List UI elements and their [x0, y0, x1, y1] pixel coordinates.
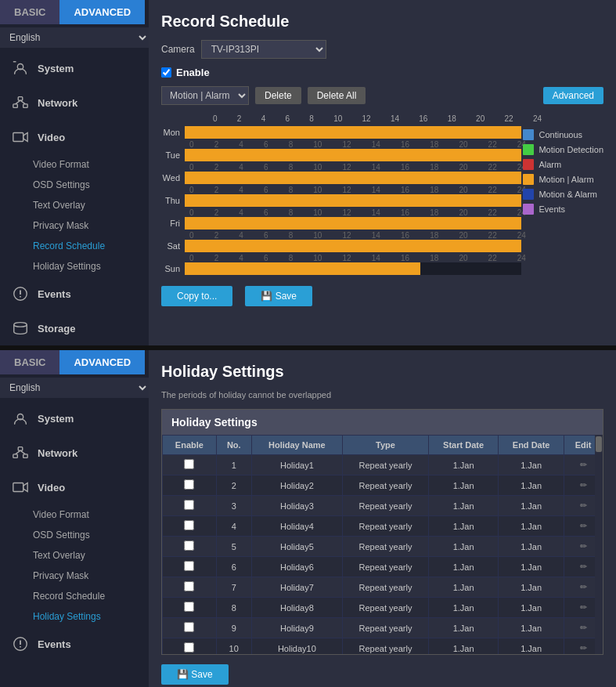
top-tab-basic[interactable]: BASIC: [0, 0, 59, 24]
svg-rect-14: [18, 447, 23, 451]
holiday-enable-checkbox[interactable]: [184, 459, 194, 469]
delete-button[interactable]: Delete: [255, 87, 301, 104]
holiday-edit-icon[interactable]: ✏: [580, 480, 587, 490]
holiday-no: 10: [216, 638, 251, 655]
bottom-tab-basic[interactable]: BASIC: [0, 350, 59, 374]
bottom-sidebar-item-video[interactable]: Video: [0, 470, 149, 504]
save-button-bottom[interactable]: 💾 Save: [161, 664, 229, 685]
sidebar-sub-video-format[interactable]: Video Format: [0, 154, 149, 175]
holiday-edit-icon[interactable]: ✏: [580, 602, 587, 612]
bottom-lang-select[interactable]: English: [0, 378, 149, 398]
camera-label: Camera: [161, 44, 195, 55]
bar-wed[interactable]: [185, 172, 521, 184]
enable-checkbox[interactable]: [161, 67, 171, 78]
table-row: 3 Holiday3 Repeat yearly 1.Jan 1.Jan ✏: [163, 496, 603, 516]
holiday-no: 9: [216, 618, 251, 638]
table-row: 1 Holiday1 Repeat yearly 1.Jan 1.Jan ✏: [163, 455, 603, 475]
top-tab-advanced[interactable]: ADVANCED: [59, 0, 145, 24]
holiday-edit-icon[interactable]: ✏: [580, 643, 587, 653]
bar-mon[interactable]: [185, 126, 521, 139]
holiday-enable-checkbox[interactable]: [184, 602, 194, 612]
holiday-enable-checkbox[interactable]: [184, 541, 194, 551]
top-lang-select[interactable]: English: [0, 27, 149, 48]
sidebar-item-storage[interactable]: Storage: [0, 311, 149, 345]
holiday-start: 1.Jan: [428, 638, 498, 655]
holiday-enable-checkbox[interactable]: [184, 642, 194, 653]
sidebar-sub-privacy-mask[interactable]: Privacy Mask: [0, 215, 149, 236]
bar-thu[interactable]: [185, 194, 521, 207]
col-name: Holiday Name: [251, 436, 342, 455]
table-row: 10 Holiday10 Repeat yearly 1.Jan 1.Jan ✏: [163, 638, 603, 655]
bottom-sidebar-sub-privacy-mask[interactable]: Privacy Mask: [0, 566, 149, 586]
holiday-enable-checkbox[interactable]: [184, 479, 194, 490]
schedule-row-sun: Sun: [161, 262, 603, 275]
events-label: Events: [38, 288, 71, 300]
bar-fri[interactable]: [185, 217, 521, 230]
bottom-sidebar-sub-record-schedule[interactable]: Record Schedule: [0, 586, 149, 606]
type-dropdown[interactable]: Motion | Alarm: [161, 86, 249, 105]
table-row: 2 Holiday2 Repeat yearly 1.Jan 1.Jan ✏: [163, 475, 603, 496]
bottom-sidebar-sub-holiday-settings[interactable]: Holiday Settings: [0, 606, 149, 627]
sidebar-item-video[interactable]: Video: [0, 120, 149, 154]
holiday-end: 1.Jan: [499, 516, 564, 537]
top-main: Record Schedule Camera TV-IP313PI Enable…: [149, 0, 616, 345]
bottom-events-icon: [11, 635, 30, 653]
sidebar-sub-record-schedule[interactable]: Record Schedule: [0, 236, 149, 256]
save-button-top[interactable]: 💾 Save: [245, 286, 312, 306]
bottom-network-label: Network: [38, 447, 77, 459]
holiday-edit-icon[interactable]: ✏: [580, 501, 587, 510]
bottom-sidebar-sub-osd[interactable]: OSD Settings: [0, 525, 149, 545]
sidebar-item-events[interactable]: Events: [0, 277, 149, 311]
holiday-edit-icon[interactable]: ✏: [580, 623, 587, 632]
holiday-edit-icon[interactable]: ✏: [580, 460, 587, 469]
bottom-sidebar-item-network[interactable]: Network: [0, 436, 149, 470]
holiday-start: 1.Jan: [428, 496, 498, 516]
holiday-enable-checkbox[interactable]: [184, 520, 194, 530]
bottom-sidebar-item-system[interactable]: System: [0, 401, 149, 436]
sidebar-sub-osd[interactable]: OSD Settings: [0, 175, 149, 195]
top-panel: BASIC ADVANCED English System: [0, 0, 616, 345]
holiday-type: Repeat yearly: [342, 516, 428, 537]
bottom-tab-advanced[interactable]: ADVANCED: [59, 350, 145, 374]
advanced-button[interactable]: Advanced: [543, 87, 603, 104]
holiday-no: 7: [216, 577, 251, 598]
holiday-edit-icon[interactable]: ✏: [580, 562, 587, 571]
bottom-sidebar-sub-text-overlay[interactable]: Text Overlay: [0, 545, 149, 566]
video-icon: [11, 128, 30, 146]
schedule-row-sat: Sat: [161, 240, 603, 252]
holiday-enable-checkbox[interactable]: [184, 581, 194, 591]
holiday-edit-icon[interactable]: ✏: [580, 521, 587, 530]
sidebar-sub-text-overlay[interactable]: Text Overlay: [0, 195, 149, 215]
holiday-edit-icon[interactable]: ✏: [580, 541, 587, 551]
bottom-sidebar-sub-video-format[interactable]: Video Format: [0, 504, 149, 525]
storage-label: Storage: [38, 323, 75, 334]
top-sidebar: BASIC ADVANCED English System: [0, 0, 149, 345]
sidebar-sub-holiday-settings[interactable]: Holiday Settings: [0, 256, 149, 277]
bar-sat[interactable]: [185, 240, 521, 252]
enable-label: Enable: [176, 67, 210, 78]
delete-all-button[interactable]: Delete All: [308, 87, 366, 104]
holiday-end: 1.Jan: [499, 537, 564, 557]
holiday-enable-checkbox[interactable]: [184, 500, 194, 510]
svg-line-17: [20, 450, 25, 454]
legend-motion-detection: Motion Detection: [539, 145, 603, 154]
holiday-enable-checkbox[interactable]: [184, 561, 194, 571]
bottom-sidebar-item-events[interactable]: Events: [0, 627, 149, 661]
col-type: Type: [342, 436, 428, 455]
sidebar-item-network[interactable]: Network: [0, 85, 149, 120]
copy-to-button[interactable]: Copy to...: [161, 286, 232, 306]
bottom-network-icon: [11, 443, 30, 462]
bar-tue[interactable]: [185, 149, 521, 161]
holiday-subtitle: The periods of holiday cannot be overlap…: [161, 390, 603, 400]
bar-sun[interactable]: [185, 262, 521, 275]
holiday-end: 1.Jan: [499, 475, 564, 496]
holiday-end: 1.Jan: [499, 455, 564, 475]
holiday-type: Repeat yearly: [342, 577, 428, 598]
camera-select[interactable]: TV-IP313PI: [201, 40, 326, 59]
holiday-no: 4: [216, 516, 251, 537]
table-row: 8 Holiday8 Repeat yearly 1.Jan 1.Jan ✏: [163, 598, 603, 618]
holiday-edit-icon[interactable]: ✏: [580, 582, 587, 591]
holiday-no: 3: [216, 496, 251, 516]
holiday-enable-checkbox[interactable]: [184, 622, 194, 632]
sidebar-item-system[interactable]: System: [0, 51, 149, 85]
